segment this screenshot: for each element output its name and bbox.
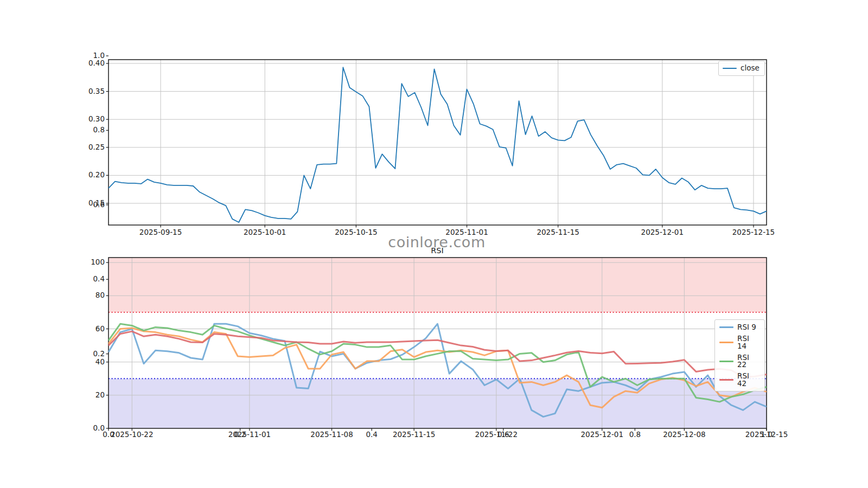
rsi22-legend-line-sample [719,361,733,362]
figure: 2025-09-152025-10-012025-10-152025-11-01… [0,0,868,488]
stray-y-tick-label: 1.0 [93,52,105,60]
y-tick-label: 40 [95,358,105,366]
rsi9-legend-line-sample [719,326,733,328]
x-tick-label: 2025-10-01 [244,229,286,236]
rsi-legend-row: RSI 22 [719,354,760,369]
rsi14-legend-line-sample [719,342,733,343]
rsi42-legend-line-sample [719,379,733,381]
x-tick-label: 2025-11-15 [537,229,579,236]
rsi9-legend-label: RSI 9 [737,324,756,331]
rsi-legend-row: RSI 42 [719,373,760,387]
x-tick-label: 2025-12-15 [745,431,788,439]
stray-y-tick-label: 0.8 [93,127,105,134]
rsi-legend: RSI 9 RSI 14 RSI 22 RSI 42 [714,319,765,391]
rsi-legend-row: RSI 14 [719,335,760,350]
x-tick-label: 2025-10-22 [111,431,153,439]
y-tick-label: 100 [91,259,105,266]
x-tick-label: 2025-11-15 [393,431,435,439]
x-tick-label: 2025-12-15 [732,229,775,236]
close-legend-label: close [741,65,760,72]
x-tick-label: 2025-09-15 [139,229,182,236]
y-tick-label: 0.30 [88,115,105,123]
rsi42-legend-label: RSI 42 [737,373,760,387]
x-tick-label: 2025-11-01 [228,431,271,439]
y-tick-label: 80 [95,292,105,300]
x-tick-label: 2025-11-22 [475,431,518,439]
stray-x-tick-label: 0.8 [629,431,641,439]
rsi14-legend-label: RSI 14 [737,335,760,350]
y-tick-label: 0.20 [88,172,105,179]
close-legend: close [718,61,765,76]
y-tick-label: 0.40 [88,60,105,67]
stray-y-tick-label: 0.6 [93,201,105,209]
overbought-band [108,258,767,312]
y-tick-label: 0.25 [88,144,105,151]
rsi-chart-title: RSI [394,246,481,255]
stray-y-tick-label: 0.4 [93,275,105,283]
price-plot-border [108,60,767,225]
stray-x-tick-label: 0.4 [366,431,377,439]
stray-y-tick-label: 0.2 [93,350,105,358]
close-legend-line-sample [723,68,737,69]
rsi22-legend-label: RSI 22 [737,354,760,369]
y-tick-label: 60 [95,325,105,333]
close-line [108,67,767,222]
x-tick-label: 2025-12-08 [663,431,705,439]
y-tick-label: 20 [95,391,105,399]
x-tick-label: 2025-12-01 [641,229,684,236]
y-tick-label: 0.35 [88,88,105,95]
x-tick-label: 2025-12-01 [581,431,623,439]
oversold-band [108,378,767,428]
rsi-legend-row: RSI 9 [719,324,760,331]
x-tick-label: 2025-11-08 [310,431,353,439]
